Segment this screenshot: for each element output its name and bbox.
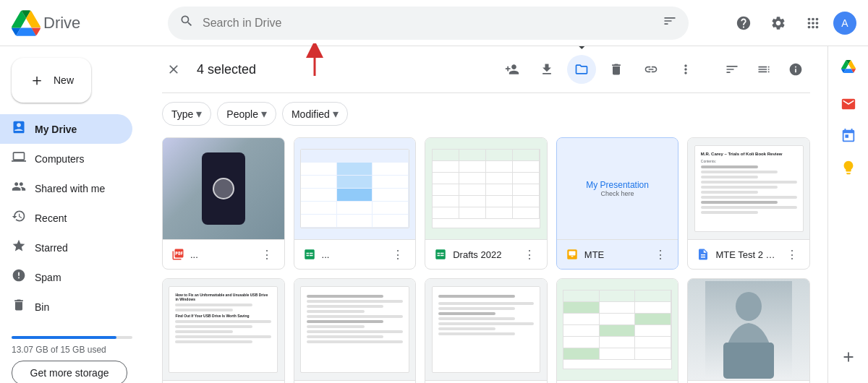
file-card-footer: Drafts 2022 ⋮ <box>425 239 547 269</box>
filter-bar: Type ▾ People ▾ Modified ▾ <box>162 102 810 126</box>
sheet-preview <box>300 149 409 228</box>
file-preview: My Presentation Check here <box>557 138 678 239</box>
portrait-preview <box>705 281 792 379</box>
calendar-sidebar-icon[interactable] <box>834 121 863 150</box>
list-view-button[interactable] <box>749 55 778 84</box>
file-name: MTE <box>584 249 647 260</box>
file-more-button[interactable]: ⋮ <box>783 246 801 263</box>
computers-icon <box>12 150 26 168</box>
file-card[interactable]: M.R. Carey – Trials of Koli Book Review … <box>687 137 810 270</box>
file-card-footer: MTE Test.docx ⋮ <box>294 380 416 383</box>
file-name: ... <box>322 249 384 260</box>
apps-button[interactable] <box>799 9 827 38</box>
doc-preview <box>432 286 541 373</box>
user-avatar[interactable]: A <box>833 12 856 35</box>
presentation-preview: My Presentation Check here <box>563 149 672 228</box>
sidebar-label-recent: Recent <box>35 212 67 224</box>
file-more-button[interactable]: ⋮ <box>389 246 407 263</box>
file-card-footer: New Ideas ⋮ <box>425 380 547 383</box>
link-button[interactable] <box>637 55 665 84</box>
help-button[interactable] <box>729 9 758 38</box>
move-button-container: Move <box>567 55 596 84</box>
sidebar-item-bin[interactable]: Bin <box>0 292 132 322</box>
move-button[interactable] <box>567 55 596 84</box>
sheets-icon <box>303 248 316 261</box>
sidebar-item-spam[interactable]: Spam <box>0 262 132 292</box>
sheets-icon <box>434 248 447 261</box>
file-card[interactable]: portrait-thought... ⋮ <box>687 278 810 383</box>
svg-rect-7 <box>723 343 774 379</box>
get-more-storage-button[interactable]: Get more storage <box>12 361 127 383</box>
file-preview <box>294 138 416 239</box>
drive-sidebar-icon[interactable] <box>834 52 863 81</box>
app-title: Drive <box>43 14 80 33</box>
sidebar-label-spam: Spam <box>35 272 61 283</box>
file-card[interactable]: ... ⋮ <box>294 137 417 270</box>
add-apps-button[interactable] <box>834 343 863 371</box>
file-preview: M.R. Carey – Trials of Koli Book Review … <box>688 138 809 239</box>
file-card[interactable]: MTE Test.docx ⋮ <box>294 278 417 383</box>
sidebar-label-computers: Computers <box>35 153 84 165</box>
search-options-icon[interactable] <box>663 14 677 32</box>
file-grid-row1: ... ⋮ ... <box>162 137 810 270</box>
photo-preview <box>163 138 284 239</box>
sheet-big-preview <box>432 149 541 228</box>
file-card[interactable]: New Ideas ⋮ <box>425 278 548 383</box>
word-icon <box>697 248 710 261</box>
file-name: ... <box>190 249 252 260</box>
download-button[interactable] <box>532 55 561 84</box>
sidebar-item-computers[interactable]: Computers <box>0 144 132 173</box>
file-more-button[interactable]: ⋮ <box>652 246 669 263</box>
type-filter[interactable]: Type ▾ <box>162 102 211 126</box>
file-card[interactable]: Drafts 2022 ⋮ <box>425 137 548 270</box>
file-preview <box>425 138 547 239</box>
sidebar-item-my-drive[interactable]: My Drive <box>0 114 132 144</box>
delete-button[interactable] <box>602 55 631 84</box>
type-filter-chevron: ▾ <box>196 107 202 121</box>
file-card[interactable]: Old Posts to Upd... ⋮ <box>556 278 679 383</box>
file-card-footer: portrait-thought... ⋮ <box>688 380 809 383</box>
my-drive-icon <box>12 120 26 138</box>
file-preview <box>557 279 678 380</box>
sidebar-label-bin: Bin <box>35 301 49 313</box>
sidebar-label-starred: Starred <box>35 242 68 254</box>
close-selection-button[interactable] <box>162 58 185 81</box>
type-filter-label: Type <box>171 108 193 120</box>
storage-used-text: 13.07 GB of 15 GB used <box>12 345 132 355</box>
sidebar-item-starred[interactable]: Starred <box>0 233 132 262</box>
drive-logo-icon <box>12 9 41 38</box>
search-icon <box>179 14 194 32</box>
phone-shape <box>202 152 245 225</box>
settings-button[interactable] <box>764 9 793 38</box>
file-card[interactable]: ... ⋮ <box>162 137 285 270</box>
file-card[interactable]: How to Fix an Unformattable and Unusable… <box>162 278 285 383</box>
sidebar-item-recent[interactable]: Recent <box>0 203 132 233</box>
search-input[interactable] <box>203 17 654 30</box>
sort-button[interactable] <box>718 55 746 84</box>
sidebar-item-shared[interactable]: Shared with me <box>0 173 132 203</box>
search-bar <box>168 7 689 40</box>
gmail-sidebar-icon[interactable] <box>834 90 863 119</box>
new-button[interactable]: ＋ New <box>12 58 91 103</box>
file-card-footer: MTE TEST File.d... ⋮ <box>163 380 284 383</box>
file-card-footer: MTE Test 2 .docx ⋮ <box>688 239 809 269</box>
slides-icon <box>566 248 579 261</box>
modified-filter[interactable]: Modified ▾ <box>282 102 348 126</box>
file-card-footer: MTE ⋮ <box>557 239 678 269</box>
keep-sidebar-icon[interactable] <box>834 153 863 182</box>
file-grid-row2: How to Fix an Unformattable and Unusable… <box>162 278 810 383</box>
file-more-button[interactable]: ⋮ <box>258 246 276 263</box>
shared-icon <box>12 179 26 197</box>
people-filter[interactable]: People ▾ <box>217 102 276 126</box>
info-button[interactable] <box>781 55 810 84</box>
file-preview <box>294 279 416 380</box>
right-sidebar <box>827 46 868 383</box>
selection-toolbar: 4 selected Move <box>162 46 810 93</box>
modified-filter-label: Modified <box>292 108 330 120</box>
file-card-mte[interactable]: My Presentation Check here MTE ⋮ <box>556 137 679 270</box>
file-card-footer: ... ⋮ <box>163 239 284 269</box>
file-more-button[interactable]: ⋮ <box>521 246 538 263</box>
more-options-button[interactable] <box>671 55 700 84</box>
add-person-button[interactable] <box>498 55 527 84</box>
file-preview <box>688 279 809 380</box>
